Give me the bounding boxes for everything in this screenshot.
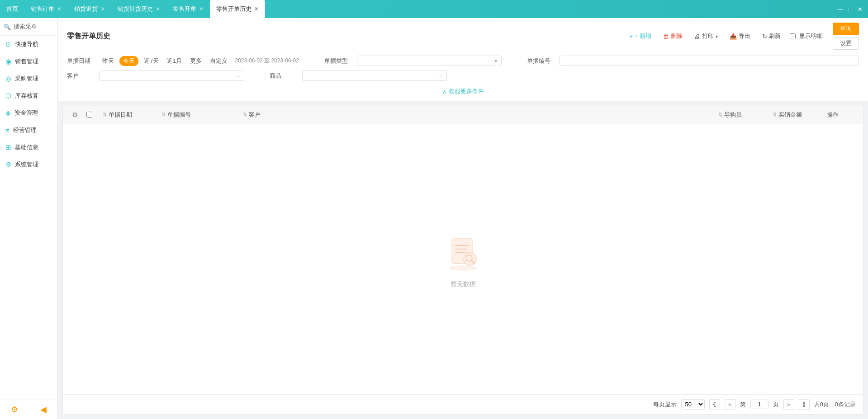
tab-home[interactable]: 首页 (0, 0, 24, 18)
close-tab-sales-return-history[interactable]: ✕ (156, 6, 160, 12)
date-option-more[interactable]: 更多 (187, 56, 204, 66)
table-body: 暂无数据 (63, 123, 863, 394)
table-settings-icon[interactable]: ⚙ (66, 111, 83, 119)
sidebar-item-sales-mgmt[interactable]: ◉ 销售管理 (0, 53, 57, 70)
sidebar: 🔍 搜索采单 ⊙ 快捷导航 ◉ 销售管理 ◎ 采购管理 ⬡ 库存核算 ◈ 资金管… (0, 18, 58, 419)
close-tab-sales-return[interactable]: ✕ (100, 6, 105, 12)
sales-mgmt-icon: ◉ (5, 57, 11, 66)
customer-dots-icon: ··· (235, 72, 240, 79)
print-button[interactable]: 🖨 打印 ▾ (692, 30, 721, 42)
display-detail-checkbox[interactable] (790, 33, 796, 39)
table-area: ⚙ ⇅ 单据日期 ⇅ 单据编号 ⇅ 客户 ⇅ 导购员 (62, 106, 863, 414)
refresh-icon: ↻ (762, 33, 767, 40)
refresh-button[interactable]: ↻ 刷新 (759, 30, 783, 42)
goods-select[interactable]: ··· (302, 71, 447, 81)
tab-retail-open-history[interactable]: 零售开单历史 ✕ (210, 0, 265, 18)
sidebar-search[interactable]: 🔍 搜索采单 (0, 18, 57, 36)
delete-button[interactable]: 🗑 删除 (660, 30, 685, 42)
tab-retail-open[interactable]: 零售开单 ✕ (166, 0, 210, 18)
query-button[interactable]: 查询 (833, 23, 859, 35)
date-options: 昨天 今天 近7天 近1月 更多 自定义 2023-06-02 至 2023-0… (100, 56, 299, 66)
sidebar-item-sys-mgmt[interactable]: ⚙ 系统管理 (0, 156, 57, 173)
quick-nav-icon: ⊙ (5, 40, 11, 48)
window-maximize[interactable]: □ (849, 6, 852, 13)
sort-amount-icon[interactable]: ⇅ (773, 112, 777, 118)
page-size-label: 每页显示 (653, 400, 677, 409)
sort-date-icon[interactable]: ⇅ (103, 112, 107, 118)
filter-area: 单据日期 昨天 今天 近7天 近1月 更多 自定义 2023-06-02 至 2… (58, 50, 868, 101)
total-label: 共0页，0条记录 (814, 400, 856, 409)
first-page-button[interactable]: ⟪ (709, 399, 720, 410)
date-option-yesterday[interactable]: 昨天 (100, 56, 117, 66)
date-range-text: 2023-06-02 至 2023-06-02 (235, 57, 299, 65)
setting-button[interactable]: 设置 (833, 37, 859, 50)
pagination: 每页显示 50 10 20 100 ⟪ ＜ 第 页 ＞ ⟫ 共0页，0条记录 (63, 394, 863, 414)
date-filter-label: 单据日期 (67, 57, 92, 65)
sort-guide-icon[interactable]: ⇅ (718, 112, 722, 118)
export-button[interactable]: 📤 导出 (727, 30, 753, 42)
window-minimize[interactable]: — (837, 6, 843, 13)
select-all-checkbox[interactable] (86, 112, 92, 118)
th-guide: ⇅ 导购员 (715, 111, 769, 119)
window-close[interactable]: ✕ (858, 6, 863, 13)
last-page-button[interactable]: ⟫ (799, 399, 810, 410)
tab-sales-return-history[interactable]: 销货退货历史 ✕ (111, 0, 166, 18)
date-option-last7[interactable]: 近7天 (141, 56, 161, 66)
sidebar-item-quick-nav[interactable]: ⊙ 快捷导航 (0, 36, 57, 53)
customer-filter-label: 客户 (67, 72, 92, 80)
sort-order-no-icon[interactable]: ⇅ (161, 112, 166, 118)
add-button[interactable]: + + 新增 (626, 30, 654, 42)
sidebar-item-base-info[interactable]: ⊞ 基础信息 (0, 139, 57, 156)
page-label-before: 第 (740, 400, 746, 409)
close-tab-retail-open-history[interactable]: ✕ (254, 6, 259, 12)
tab-sales-order[interactable]: 销售订单 ✕ (24, 0, 68, 18)
th-action: 操作 (823, 111, 859, 119)
order-type-select[interactable]: ▾ (357, 56, 502, 66)
close-tab-sales-order[interactable]: ✕ (57, 6, 62, 12)
chevron-down-icon: ▾ (494, 57, 498, 64)
page-header: 零售开单历史 + + 新增 🗑 删除 🖨 打印 ▾ 📤 导出 (58, 18, 868, 50)
query-setting-btns: 查询 设置 (833, 23, 859, 50)
tab-sales-return[interactable]: 销货退货 ✕ (68, 0, 111, 18)
customer-select[interactable]: ··· (100, 71, 244, 81)
collapse-more-btn[interactable]: ∧ 收起更多条件 (67, 85, 859, 95)
base-info-icon: ⊞ (5, 143, 11, 151)
date-option-custom[interactable]: 自定义 (207, 56, 230, 66)
sidebar-item-finance[interactable]: ◈ 资金管理 (0, 104, 57, 122)
sys-mgmt-icon: ⚙ (5, 160, 11, 169)
order-no-input[interactable] (560, 56, 859, 66)
empty-text: 暂无数据 (451, 280, 476, 288)
sort-customer-icon[interactable]: ⇅ (243, 112, 247, 118)
th-customer: ⇅ 客户 (239, 111, 715, 119)
purchase-mgmt-icon: ◎ (5, 75, 11, 83)
prev-page-button[interactable]: ＜ (725, 399, 735, 410)
th-checkbox (83, 112, 99, 118)
close-tab-retail-open[interactable]: ✕ (199, 6, 204, 12)
date-option-today[interactable]: 今天 (119, 56, 138, 66)
display-detail-toggle[interactable]: 显示明细 (790, 32, 823, 40)
content-area: 零售开单历史 + + 新增 🗑 删除 🖨 打印 ▾ 📤 导出 (58, 18, 868, 419)
sidebar-item-inventory[interactable]: ⬡ 库存核算 (0, 87, 57, 104)
current-page-input[interactable] (750, 400, 768, 409)
print-dropdown-icon: ▾ (716, 34, 718, 39)
operations-icon: ≡ (5, 127, 9, 134)
order-type-filter-label: 单据类型 (324, 57, 350, 65)
sidebar-item-operations[interactable]: ≡ 经营管理 (0, 122, 57, 139)
filter-row-customer: 客户 ··· 商品 ··· (67, 71, 859, 81)
goods-dots-icon: ··· (438, 72, 443, 79)
next-page-button[interactable]: ＞ (783, 399, 794, 410)
sidebar-collapse-icon[interactable]: ◀ (40, 405, 47, 414)
sidebar-item-purchase-mgmt[interactable]: ◎ 采购管理 (0, 70, 57, 87)
filter-row-date: 单据日期 昨天 今天 近7天 近1月 更多 自定义 2023-06-02 至 2… (67, 56, 859, 66)
th-date: ⇅ 单据日期 (99, 111, 158, 119)
page-title: 零售开单历史 (67, 32, 110, 41)
th-amount: ⇅ 实销金额 (769, 111, 823, 119)
inventory-icon: ⬡ (5, 92, 11, 100)
sidebar-settings-icon[interactable]: ⚙ (11, 405, 18, 414)
empty-illustration (441, 230, 486, 275)
order-no-filter-label: 单据编号 (527, 57, 552, 65)
page-size-select[interactable]: 50 10 20 100 (681, 399, 705, 410)
search-icon: 🔍 (4, 24, 11, 30)
date-option-last-month[interactable]: 近1月 (164, 56, 185, 66)
page-label-after: 页 (773, 400, 779, 409)
